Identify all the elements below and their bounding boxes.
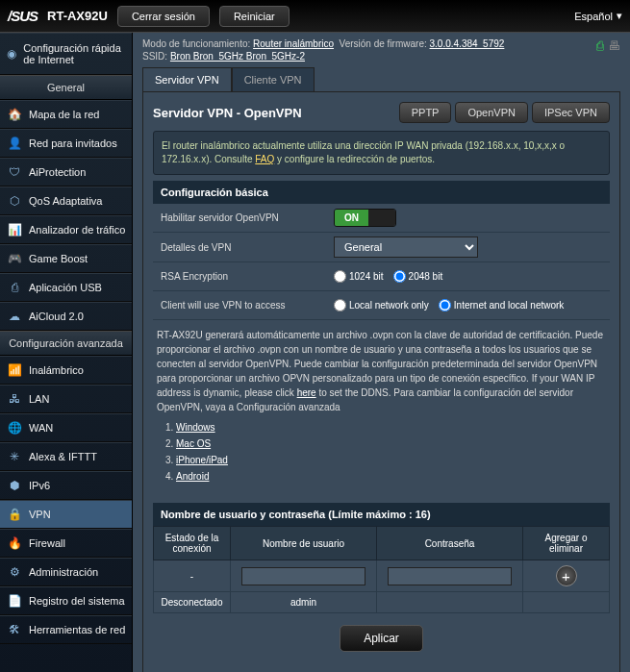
usb-icon: ⎙ [6,281,23,294]
wan-icon: 🌐 [6,421,23,435]
globe-icon: ◉ [6,47,17,61]
gamepad-icon: 🎮 [6,252,23,265]
sidebar-item-nettools[interactable]: 🛠Herramientas de red [0,615,132,644]
status-icons: ⎙ 🖶 [596,38,620,53]
model-label: RT-AX92U [47,9,108,23]
cloud-icon: ☁ [6,310,23,323]
sidebar-item-admin[interactable]: ⚙Administración [0,558,132,586]
radio-rsa-2048[interactable]: 2048 bit [393,270,443,283]
label-client-access: Client will use VPN to access [153,294,326,316]
section-basic-config: Configuración básica [153,181,610,204]
input-new-username[interactable] [241,567,365,585]
vpn-type-ipsec[interactable]: IPSec VPN [532,102,610,123]
language-selector[interactable]: Español ▾ [574,10,622,22]
sidebar: ◉ Configuración rápida de Internet Gener… [0,33,133,672]
sidebar-item-vpn[interactable]: 🔒VPN [0,500,132,529]
shield-icon: 🛡 [6,165,23,179]
sidebar-item-game-boost[interactable]: 🎮Game Boost [0,244,132,273]
os-link-windows[interactable]: Windows [176,422,215,433]
radio-access-local[interactable]: Local network only [334,299,429,311]
radio-rsa-1024[interactable]: 1024 bit [334,270,384,283]
usb-status-icon[interactable]: ⎙ [596,38,604,53]
table-row: Desconectado admin [154,592,610,613]
content-area: ⎙ 🖶 Modo de funcionamiento: Router inalá… [133,33,630,672]
guest-icon: 👤 [6,137,23,150]
vpn-icon: 🔒 [6,508,23,521]
panel-title: Servidor VPN - OpenVPN [153,106,302,120]
gauge-icon: ⬡ [6,194,23,208]
printer-status-icon[interactable]: 🖶 [608,38,620,53]
map-icon: 🏠 [6,108,23,121]
input-new-password[interactable] [388,567,512,585]
description-text: RT-AX92U generará automáticamente un arc… [153,320,610,497]
op-mode-link[interactable]: Router inalámbrico [253,38,334,49]
tab-vpn-client[interactable]: Cliente VPN [232,67,315,91]
vpn-tabs: Servidor VPN Cliente VPN [142,67,620,92]
sidebar-item-quick-setup[interactable]: ◉ Configuración rápida de Internet [0,33,132,75]
label-vpn-details: Detalles de VPN [153,236,326,259]
ssid-line: SSID: Bron Bron_5GHz Bron_5GHz-2 [142,51,620,62]
user-table: Estado de la conexión Nombre de usuario … [153,526,610,613]
sidebar-item-traffic[interactable]: 📊Analizador de tráfico [0,215,132,244]
chart-icon: 📊 [6,223,23,236]
sidebar-group-advanced: Configuración avanzada [0,331,132,356]
os-link-ios[interactable]: iPhone/iPad [176,455,228,465]
sidebar-item-wireless[interactable]: 📶Inalámbrico [0,356,132,385]
user-table-header: Nombre de usuario y contraseña (Límite m… [153,503,610,526]
ipv6-icon: ⬢ [6,479,23,492]
select-vpn-details[interactable]: General [334,236,478,258]
wifi-icon: 📶 [6,363,23,377]
sidebar-item-aicloud[interactable]: ☁AiCloud 2.0 [0,302,132,331]
tools-icon: 🛠 [6,623,23,636]
add-user-button[interactable]: + [556,565,577,586]
wan-ip-notice: El router inalámbrico actualmente utiliz… [153,131,610,175]
sidebar-item-ipv6[interactable]: ⬢IPv6 [0,471,132,500]
table-row-input: - + [154,560,610,592]
sidebar-item-firewall[interactable]: 🔥Firewall [0,529,132,558]
col-status: Estado de la conexión [154,527,231,560]
label-rsa: RSA Encryption [153,265,326,287]
vpn-type-openvpn[interactable]: OpenVPN [455,102,528,123]
sidebar-item-wan[interactable]: 🌐WAN [0,413,132,442]
tab-vpn-server[interactable]: Servidor VPN [142,67,232,91]
col-pass: Contraseña [377,527,523,560]
sidebar-item-network-map[interactable]: 🏠Mapa de la red [0,100,132,129]
firmware-link[interactable]: 3.0.0.4.384_5792 [430,38,505,49]
log-icon: 📄 [6,594,23,608]
faq-link[interactable]: FAQ [255,154,274,164]
reboot-button[interactable]: Reiniciar [219,6,290,27]
sidebar-item-syslog[interactable]: 📄Registro del sistema [0,586,132,615]
ddns-here-link[interactable]: here [297,387,316,398]
toggle-enable-openvpn[interactable]: ON [334,209,396,227]
apply-button[interactable]: Aplicar [340,625,423,652]
op-mode-line: Modo de funcionamiento: Router inalámbri… [142,38,620,49]
sidebar-item-aiprotection[interactable]: 🛡AiProtection [0,158,132,187]
sidebar-item-alexa[interactable]: ✳Alexa & IFTTT [0,442,132,471]
sidebar-item-qos[interactable]: ⬡QoS Adaptativa [0,187,132,215]
col-user: Nombre de usuario [231,527,377,560]
panel: Servidor VPN - OpenVPN PPTP OpenVPN IPSe… [142,92,620,672]
gear-icon: ⚙ [6,565,23,579]
lan-icon: 🖧 [6,392,23,406]
os-link-android[interactable]: Android [176,471,209,482]
radio-access-both[interactable]: Internet and local network [439,299,565,311]
col-action: Agregar o eliminar [523,527,610,560]
chevron-down-icon: ▾ [617,10,622,22]
topbar: /SUS RT-AX92U Cerrar sesión Reiniciar Es… [0,0,630,33]
logout-button[interactable]: Cerrar sesión [117,6,210,27]
label-enable-openvpn: Habilitar servidor OpenVPN [153,207,326,229]
sidebar-item-usb[interactable]: ⎙Aplicación USB [0,273,132,302]
os-link-macos[interactable]: Mac OS [176,438,211,449]
vpn-type-pptp[interactable]: PPTP [399,102,452,123]
sidebar-group-general: General [0,75,132,100]
firewall-icon: 🔥 [6,536,23,550]
brand-logo: /SUS [8,8,38,24]
sidebar-item-guest-network[interactable]: 👤Red para invitados [0,129,132,158]
sidebar-item-lan[interactable]: 🖧LAN [0,385,132,413]
language-label: Español [574,11,613,22]
alexa-icon: ✳ [6,450,23,463]
sidebar-label: Configuración rápida de Internet [23,42,126,65]
